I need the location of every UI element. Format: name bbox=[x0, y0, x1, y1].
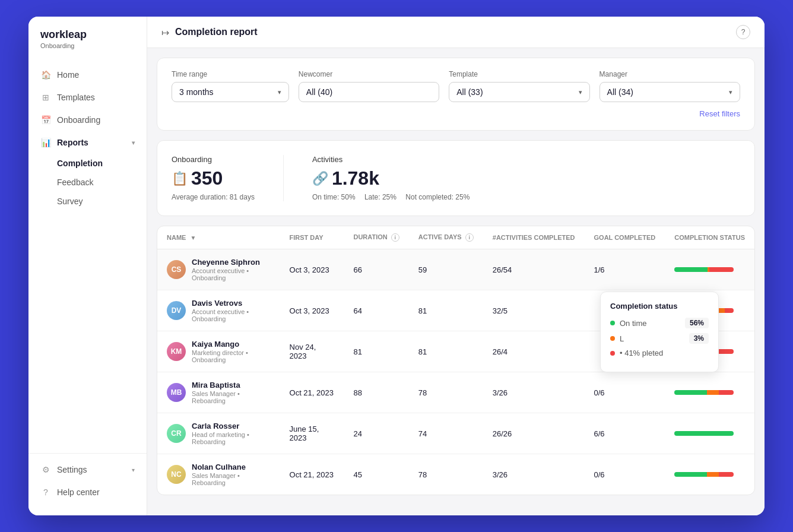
subnav-survey[interactable]: Survey bbox=[57, 192, 147, 211]
tooltip-title: Completion status bbox=[610, 302, 709, 311]
time-range-value: 3 months bbox=[179, 87, 273, 97]
nav-divider bbox=[28, 453, 147, 454]
onboarding-value: 📋 350 bbox=[172, 167, 255, 189]
sidebar-item-help[interactable]: ? Help center bbox=[28, 481, 147, 504]
cell-active-days: 59 bbox=[409, 249, 483, 290]
avatar: KM bbox=[167, 342, 186, 361]
cell-duration: 88 bbox=[344, 372, 408, 413]
sidebar-item-settings-label: Settings bbox=[57, 465, 87, 474]
sidebar-item-templates[interactable]: ⊞ Templates bbox=[28, 86, 147, 109]
template-value: All (33) bbox=[456, 87, 573, 97]
sidebar-item-settings[interactable]: ⚙ Settings ▾ bbox=[28, 458, 147, 481]
user-role: Account executive • Onboarding bbox=[192, 308, 271, 322]
user-role: Sales Manager • Reboarding bbox=[192, 472, 271, 486]
stats-divider bbox=[283, 155, 284, 201]
table-row[interactable]: CR Carla Rosser Head of marketing • Rebo… bbox=[157, 413, 754, 454]
cell-goal-completed: 0/6 bbox=[585, 372, 665, 413]
sidebar-item-reports[interactable]: 📊 Reports ▾ bbox=[28, 131, 147, 154]
col-active-days: ACTIVE DAYS i bbox=[409, 226, 483, 249]
sidebar-item-templates-label: Templates bbox=[57, 93, 95, 102]
templates-icon: ⊞ bbox=[40, 92, 51, 103]
cell-first-day: Oct 21, 2023 bbox=[280, 454, 344, 495]
page-title: Completion report bbox=[175, 27, 258, 37]
cell-active-days: 78 bbox=[409, 454, 483, 495]
cell-duration: 66 bbox=[344, 249, 408, 290]
subnav-feedback[interactable]: Feedback bbox=[57, 173, 147, 192]
reports-icon: 📊 bbox=[40, 137, 51, 148]
user-cell: NC Nolan Culhane Sales Manager • Reboard… bbox=[167, 463, 271, 486]
cell-completion-status bbox=[665, 372, 754, 413]
manager-chevron: ▾ bbox=[729, 88, 732, 96]
table-row[interactable]: CS Cheyenne Siphron Account executive • … bbox=[157, 249, 754, 290]
stat-onboarding: Onboarding 📋 350 Average duration: 81 da… bbox=[172, 155, 255, 201]
time-range-select[interactable]: 3 months ▾ bbox=[172, 82, 289, 102]
header-help-button[interactable]: ? bbox=[736, 25, 750, 39]
logo-name: workleap bbox=[40, 28, 135, 41]
user-name: Kaiya Mango bbox=[192, 340, 271, 349]
late-stat: Late: 25% bbox=[364, 193, 396, 201]
help-icon: ? bbox=[40, 487, 51, 498]
settings-icon: ⚙ bbox=[40, 464, 51, 475]
user-role: Head of marketing • Reboarding bbox=[192, 431, 271, 445]
cell-active-days: 74 bbox=[409, 413, 483, 454]
logo-sub: Onboarding bbox=[40, 42, 135, 49]
col-goal-completed: GOAL COMPLETED bbox=[585, 226, 665, 249]
sidebar-item-home-label: Home bbox=[57, 70, 79, 80]
cell-activities-completed: 26/54 bbox=[483, 249, 585, 290]
progress-green bbox=[674, 431, 734, 436]
onboarding-icon: 📅 bbox=[40, 115, 51, 125]
user-info: Cheyenne Siphron Account executive • Onb… bbox=[192, 258, 271, 281]
cell-goal-completed: 0/6 bbox=[585, 454, 665, 495]
user-info: Nolan Culhane Sales Manager • Reboarding bbox=[192, 463, 271, 486]
cell-activities-completed: 3/26 bbox=[483, 372, 585, 413]
subnav-completion[interactable]: Completion bbox=[57, 154, 147, 173]
table-row[interactable]: NC Nolan Culhane Sales Manager • Reboard… bbox=[157, 454, 754, 495]
progress-orange bbox=[707, 472, 719, 477]
stat-activities: Activities 🔗 1.78k On time: 50% Late: 25… bbox=[312, 155, 477, 201]
cell-activities-completed: 26/26 bbox=[483, 413, 585, 454]
activities-sub: On time: 50% Late: 25% Not completed: 25… bbox=[312, 193, 477, 201]
cell-active-days: 78 bbox=[409, 372, 483, 413]
late-label: L bbox=[620, 334, 684, 343]
cell-duration: 45 bbox=[344, 454, 408, 495]
avatar: NC bbox=[167, 465, 186, 484]
logo-area: workleap Onboarding bbox=[28, 28, 147, 64]
newcomer-label: Newcomer bbox=[299, 70, 439, 78]
sidebar-item-onboarding[interactable]: 📅 Onboarding bbox=[28, 109, 147, 131]
activities-number: 1.78k bbox=[332, 167, 379, 189]
user-name: Carla Rosser bbox=[192, 422, 271, 430]
cell-activities-completed: 32/5 bbox=[483, 290, 585, 331]
table-row[interactable]: MB Mira Baptista Sales Manager • Reboard… bbox=[157, 372, 754, 413]
cell-name: MB Mira Baptista Sales Manager • Reboard… bbox=[157, 372, 280, 413]
page-title-icon: ↦ bbox=[161, 27, 169, 38]
user-name: Nolan Culhane bbox=[192, 463, 271, 471]
filter-template: Template All (33) ▾ bbox=[449, 70, 589, 102]
not-completed-label: • 41% pleted bbox=[620, 349, 709, 357]
user-cell: CS Cheyenne Siphron Account executive • … bbox=[167, 258, 271, 281]
avatar: MB bbox=[167, 383, 186, 402]
user-role: Sales Manager • Reboarding bbox=[192, 390, 271, 404]
reset-filters-link[interactable]: Reset filters bbox=[699, 109, 740, 118]
dot-red bbox=[610, 351, 615, 356]
cell-first-day: Nov 24, 2023 bbox=[280, 331, 344, 372]
user-role: Account executive • Onboarding bbox=[192, 267, 271, 281]
tooltip-row-on-time: On time 56% bbox=[610, 318, 709, 328]
tooltip-row-not-completed: • 41% pleted bbox=[610, 349, 709, 357]
progress-bar bbox=[674, 472, 734, 477]
sidebar-item-home[interactable]: 🏠 Home bbox=[28, 64, 147, 86]
user-role: Marketing director • Onboarding bbox=[192, 349, 271, 363]
main-content: ↦ Completion report ? Time range 3 month… bbox=[147, 17, 765, 515]
newcomer-select[interactable]: All (40) bbox=[299, 82, 439, 102]
table-section: Completion status On time 56% L 3% • 41%… bbox=[157, 226, 755, 495]
template-select[interactable]: All (33) ▾ bbox=[449, 82, 589, 102]
cell-name: DV Davis Vetrovs Account executive • Onb… bbox=[157, 290, 280, 331]
user-cell: MB Mira Baptista Sales Manager • Reboard… bbox=[167, 381, 271, 404]
cell-active-days: 81 bbox=[409, 331, 483, 372]
cell-name: KM Kaiya Mango Marketing director • Onbo… bbox=[157, 331, 280, 372]
on-time-pct: 56% bbox=[685, 318, 709, 328]
active-days-info-icon: i bbox=[465, 233, 474, 242]
cell-activities-completed: 26/4 bbox=[483, 331, 585, 372]
progress-orange bbox=[707, 390, 719, 395]
manager-select[interactable]: All (34) ▾ bbox=[599, 82, 740, 102]
cell-name: CS Cheyenne Siphron Account executive • … bbox=[157, 249, 280, 290]
